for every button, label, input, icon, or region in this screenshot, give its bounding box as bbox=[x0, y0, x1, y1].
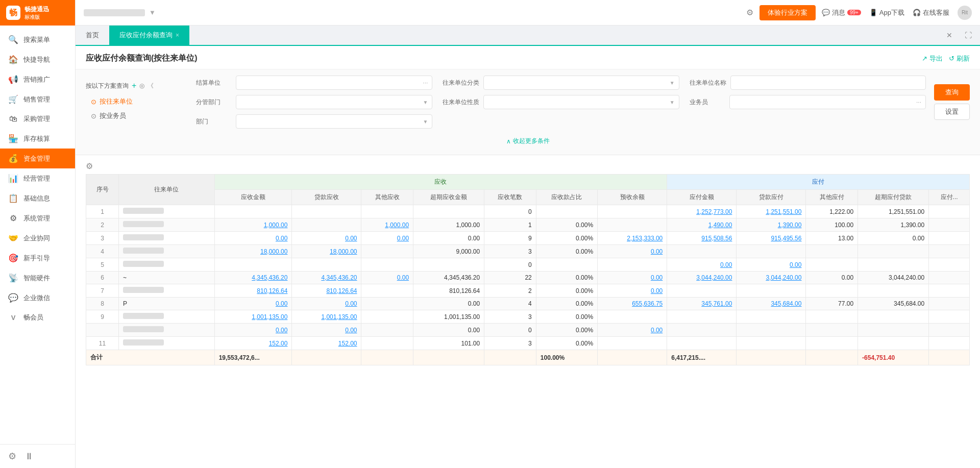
sidebar-collapse-icon[interactable]: ⏸ bbox=[24, 451, 34, 462]
set-button[interactable]: 设置 bbox=[934, 104, 970, 120]
cell-ar-amount: 0.00 bbox=[214, 232, 292, 245]
cell-unit bbox=[119, 245, 215, 258]
table-row: 3 0.00 0.00 0.00 0.00 9 0.00% 2,153,333.… bbox=[86, 232, 970, 245]
field-dept: 分管部门 ▼ bbox=[196, 95, 432, 109]
table-row: 2 1,000.00 1,000.00 1,000.00 1 0.00% 1,4… bbox=[86, 218, 970, 232]
cell-ar-amount: 152.00 bbox=[214, 337, 292, 350]
system-icon: ⚙ bbox=[8, 213, 18, 223]
cell-ar-other bbox=[361, 324, 413, 337]
cell-ap-loan: 1,390.00 bbox=[737, 218, 806, 232]
logo: 畅 畅捷通迅 标准版 bbox=[0, 0, 75, 26]
sidebar-item-hardware[interactable]: 📡 智能硬件 bbox=[0, 268, 75, 288]
field-unit-name: 往来单位名称 bbox=[690, 76, 926, 90]
cell-ar-loan: 1,001,135.00 bbox=[292, 310, 361, 324]
cell-no: 3 bbox=[86, 232, 119, 245]
cell-ar-amount: 0.00 bbox=[214, 324, 292, 337]
cell-ap-other bbox=[806, 245, 858, 258]
table-row: 1 0 1,252,773.00 1,251,551.00 1,222.00 bbox=[86, 205, 970, 218]
sidebar-item-purchase[interactable]: 🛍 采购管理 bbox=[0, 109, 75, 129]
operation-icon: 📊 bbox=[8, 174, 18, 183]
tab-close-icon[interactable]: × bbox=[176, 32, 179, 39]
sidebar-item-vip[interactable]: V 畅会员 bbox=[0, 308, 75, 327]
add-scheme-button[interactable]: + bbox=[132, 81, 136, 90]
sidebar-item-quick-nav[interactable]: 🏠 快捷导航 bbox=[0, 50, 75, 69]
user-avatar[interactable]: Rit bbox=[958, 6, 972, 20]
service-button[interactable]: 🎧 在线客服 bbox=[913, 8, 949, 17]
dept-input[interactable]: ▼ bbox=[236, 95, 432, 109]
page-title-actions: ↗ 导出 ↺ 刷新 bbox=[922, 54, 970, 63]
cell-ap-loan bbox=[737, 310, 806, 324]
cell-ar-count: 0 bbox=[484, 258, 536, 272]
app-download-button[interactable]: 📱 App下载 bbox=[869, 8, 904, 17]
cell-ar-other bbox=[361, 258, 413, 272]
cell-ap-amount: 3,044,240.00 bbox=[667, 272, 737, 284]
sidebar-item-inventory[interactable]: 🏪 库存核算 bbox=[0, 129, 75, 149]
col-ap-other: 其他应付 bbox=[806, 190, 858, 205]
cell-ap-other bbox=[806, 284, 858, 298]
cell-no: 4 bbox=[86, 245, 119, 258]
settlement-unit-input[interactable]: ··· bbox=[236, 76, 432, 90]
collapse-more-bar[interactable]: ∧ 收起更多条件 bbox=[86, 134, 970, 149]
table-row: 0.00 0.00 0.00 0 0.00% 0.00 bbox=[86, 324, 970, 337]
cell-ar-ratio: 0.00% bbox=[536, 298, 597, 310]
app-icon: 📱 bbox=[869, 9, 877, 16]
table-gear-icon[interactable]: ⚙ bbox=[86, 161, 93, 171]
filter-option-by-unit[interactable]: ⊙ 按往来单位 bbox=[86, 94, 188, 109]
scheme-options-icon[interactable]: ◎ bbox=[139, 82, 144, 89]
sidebar-item-search[interactable]: 🔍 搜索菜单 bbox=[0, 30, 75, 50]
cell-ap-amount: 1,490.00 bbox=[667, 218, 737, 232]
sidebar-item-system[interactable]: ⚙ 系统管理 bbox=[0, 208, 75, 228]
dropdown-icon-2: ▼ bbox=[423, 100, 428, 105]
sidebar-item-operation[interactable]: 📊 经营管理 bbox=[0, 168, 75, 188]
window-close-icon[interactable]: ✕ bbox=[942, 27, 957, 43]
query-btn-area: 查询 设置 bbox=[934, 84, 970, 120]
cell-ar-other bbox=[361, 337, 413, 350]
export-button[interactable]: ↗ 导出 bbox=[922, 54, 943, 63]
sidebar-item-wechat[interactable]: 💬 企业微信 bbox=[0, 288, 75, 308]
tab-home[interactable]: 首页 bbox=[76, 26, 109, 45]
cell-ar-loan bbox=[292, 258, 361, 272]
cell-ar-overdue: 4,345,436.20 bbox=[413, 272, 484, 284]
filter-option-by-employee[interactable]: ⊙ 按业务员 bbox=[86, 109, 188, 123]
cell-ap-other: 100.00 bbox=[806, 218, 858, 232]
window-expand-icon[interactable]: ⛶ bbox=[961, 27, 976, 43]
cell-ar-amount bbox=[214, 205, 292, 218]
cell-ar-overdue: 9,000.00 bbox=[413, 245, 484, 258]
table-row: 9 1,001,135.00 1,001,135.00 1,001,135.00… bbox=[86, 310, 970, 324]
message-button[interactable]: 💬 消息 99+ bbox=[822, 8, 861, 17]
tab-active[interactable]: 应收应付余额查询 × bbox=[109, 26, 189, 45]
cell-ar-overdue bbox=[413, 205, 484, 218]
unit-type-input[interactable]: ▼ bbox=[483, 95, 679, 109]
cell-unit bbox=[119, 232, 215, 245]
cell-ar-prepay bbox=[598, 310, 667, 324]
sidebar-item-finance[interactable]: 💰 资金管理 bbox=[0, 149, 75, 168]
salesperson-input[interactable]: ··· bbox=[729, 95, 926, 109]
department-input[interactable]: ▼ bbox=[236, 114, 432, 129]
message-badge: 99+ bbox=[847, 10, 861, 15]
cell-ap-loan: 1,251,551.00 bbox=[737, 205, 806, 218]
sidebar-item-sales[interactable]: 🛒 销售管理 bbox=[0, 89, 75, 109]
cell-ap-overdue bbox=[858, 310, 929, 324]
scheme-collapse-icon[interactable]: 《 bbox=[148, 82, 154, 90]
unit-name-input[interactable] bbox=[730, 76, 926, 90]
promo-button[interactable]: 体验行业方案 bbox=[760, 5, 816, 20]
footer-ap-overdue: -654,751.40 bbox=[858, 350, 929, 365]
breadcrumb-dropdown-icon[interactable]: ▼ bbox=[149, 9, 156, 16]
sidebar-item-enterprise[interactable]: 🤝 企业协同 bbox=[0, 228, 75, 248]
unit-category-input[interactable]: ▼ bbox=[483, 76, 679, 90]
hardware-icon: 📡 bbox=[8, 273, 18, 283]
filter-scheme-header: 按以下方案查询 + ◎ 《 bbox=[86, 81, 188, 90]
sidebar-item-marketing[interactable]: 📢 营销推广 bbox=[0, 69, 75, 89]
gear-icon[interactable]: ⚙ bbox=[746, 8, 753, 17]
sidebar-item-newbie[interactable]: 🎯 新手引导 bbox=[0, 248, 75, 268]
cell-ar-ratio: 0.00% bbox=[536, 245, 597, 258]
sidebar-item-basic[interactable]: 📋 基础信息 bbox=[0, 188, 75, 208]
table-row: 7 810,126.64 810,126.64 810,126.64 2 0.0… bbox=[86, 284, 970, 298]
cell-ar-ratio bbox=[536, 205, 597, 218]
sidebar-settings-icon[interactable]: ⚙ bbox=[8, 451, 16, 462]
query-button[interactable]: 查询 bbox=[934, 84, 970, 101]
table-footer: 合计 19,553,472,6... 100.00% 6,417,215.... bbox=[86, 350, 970, 365]
cell-ap-last bbox=[929, 218, 970, 232]
cell-ar-other: 0.00 bbox=[361, 232, 413, 245]
refresh-button[interactable]: ↺ 刷新 bbox=[949, 54, 970, 63]
